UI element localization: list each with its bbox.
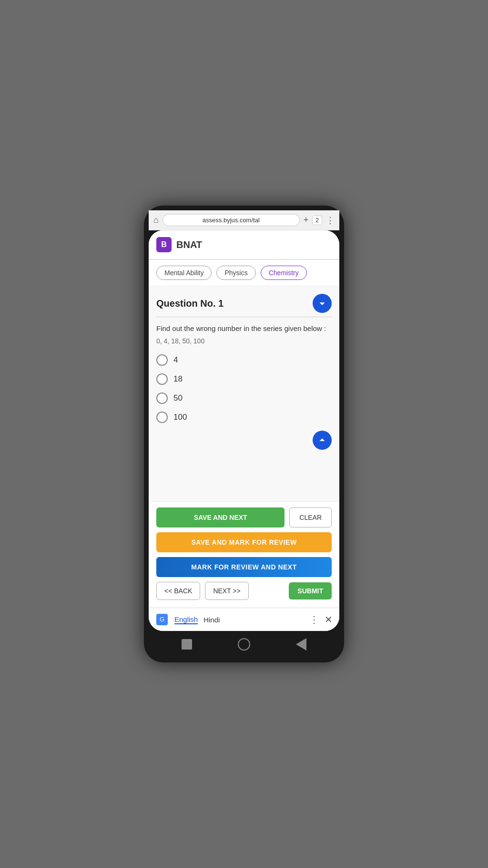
- option-50[interactable]: 50: [156, 393, 332, 404]
- question-area: Question No. 1 Find out the wrong number…: [149, 286, 339, 501]
- bottom-nav: [149, 631, 339, 658]
- nav-square-button[interactable]: [179, 637, 194, 652]
- question-number: Question No. 1: [156, 298, 224, 309]
- options-list: 4 18 50 100: [156, 354, 332, 423]
- translate-menu-icon[interactable]: ⋮: [309, 614, 319, 625]
- translate-close-icon[interactable]: ✕: [325, 614, 333, 625]
- subject-tabs: Mental Ability Physics Chemistry: [149, 260, 339, 286]
- more-icon[interactable]: ⋮: [326, 215, 335, 226]
- question-header: Question No. 1: [156, 294, 332, 317]
- option-4-label: 4: [173, 355, 178, 365]
- translate-bar: G English Hindi ⋮ ✕: [149, 608, 339, 631]
- home-icon[interactable]: ⌂: [153, 215, 159, 225]
- phone-frame: ⌂ assess.byjus.com/tal + 2 ⋮ B BNAT Ment…: [144, 206, 344, 662]
- language-hindi[interactable]: Hindi: [203, 616, 220, 624]
- scroll-up-container: [156, 431, 332, 450]
- triangle-icon: [296, 638, 306, 651]
- nav-row: << BACK NEXT >> SUBMIT: [156, 582, 332, 600]
- primary-actions-row: SAVE AND NEXT CLEAR: [156, 507, 332, 527]
- option-4[interactable]: 4: [156, 354, 332, 366]
- browser-bar: ⌂ assess.byjus.com/tal + 2 ⋮: [149, 210, 339, 230]
- tab-count[interactable]: 2: [312, 216, 322, 225]
- option-50-label: 50: [173, 393, 183, 403]
- bnat-logo: B: [156, 237, 172, 252]
- svg-text:G: G: [160, 616, 164, 623]
- nav-home-button[interactable]: [236, 637, 252, 652]
- question-series: 0, 4, 18, 50, 100: [156, 337, 332, 345]
- browser-url[interactable]: assess.byjus.com/tal: [163, 214, 300, 226]
- scroll-down-button[interactable]: [313, 294, 332, 313]
- tab-physics[interactable]: Physics: [216, 266, 255, 280]
- option-18[interactable]: 18: [156, 373, 332, 385]
- save-mark-review-button[interactable]: SAVE AND MARK FOR REVIEW: [156, 532, 332, 552]
- app-content: B BNAT Mental Ability Physics Chemistry …: [149, 230, 339, 631]
- action-buttons: SAVE AND NEXT CLEAR SAVE AND MARK FOR RE…: [149, 501, 339, 608]
- radio-100[interactable]: [156, 412, 168, 423]
- option-18-label: 18: [173, 374, 183, 384]
- circle-icon: [238, 638, 250, 651]
- radio-4[interactable]: [156, 354, 168, 366]
- mark-review-next-button[interactable]: MARK FOR REVIEW AND NEXT: [156, 557, 332, 577]
- scroll-up-button[interactable]: [313, 431, 332, 450]
- back-button[interactable]: << BACK: [156, 582, 200, 600]
- square-icon: [182, 639, 192, 650]
- nav-back-button[interactable]: [294, 637, 309, 652]
- clear-button[interactable]: CLEAR: [289, 507, 332, 527]
- next-button[interactable]: NEXT >>: [205, 582, 248, 600]
- submit-button[interactable]: SUBMIT: [289, 582, 332, 599]
- app-title: BNAT: [176, 239, 202, 250]
- app-header: B BNAT: [149, 230, 339, 260]
- save-and-next-button[interactable]: SAVE AND NEXT: [156, 507, 285, 527]
- radio-50[interactable]: [156, 393, 168, 404]
- browser-actions: + 2 ⋮: [304, 215, 335, 226]
- option-100-label: 100: [173, 413, 187, 422]
- translate-icon: G: [155, 613, 169, 626]
- option-100[interactable]: 100: [156, 412, 332, 423]
- add-tab-icon[interactable]: +: [304, 215, 309, 225]
- tab-mental-ability[interactable]: Mental Ability: [156, 266, 212, 280]
- language-english[interactable]: English: [174, 615, 198, 624]
- phone-screen: B BNAT Mental Ability Physics Chemistry …: [149, 230, 339, 631]
- question-text: Find out the wrong number in the series …: [156, 323, 332, 334]
- radio-18[interactable]: [156, 373, 168, 385]
- tab-chemistry[interactable]: Chemistry: [261, 266, 307, 280]
